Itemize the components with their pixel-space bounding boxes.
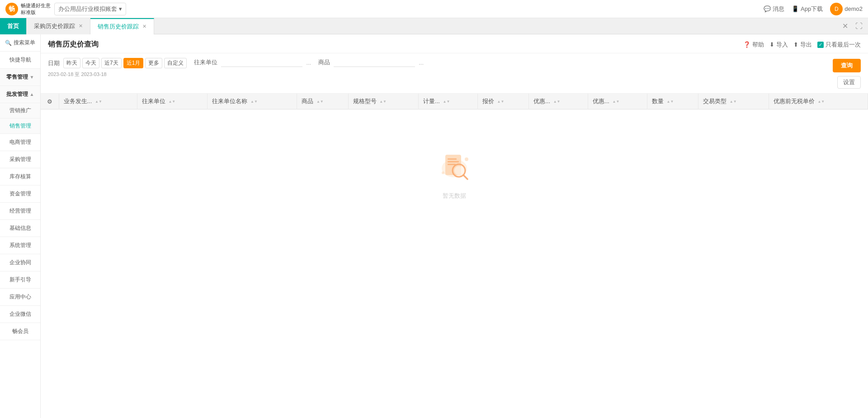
sidebar-item-retail[interactable]: 零售管理 ▼ [0, 69, 40, 86]
sort-trade-type-icon: ▲▼ [730, 100, 737, 104]
export-button[interactable]: ⬆ 导出 [793, 41, 812, 49]
sidebar-item-purchase[interactable]: 采购管理 [0, 151, 40, 168]
svg-rect-3 [448, 161, 459, 162]
last1m-btn[interactable]: 近1月 [123, 58, 144, 68]
sidebar-system-label: 系统管理 [9, 242, 31, 249]
only-last-checkbox[interactable]: ✓ [817, 42, 824, 48]
sidebar-item-member[interactable]: 畅会员 [0, 323, 40, 340]
empty-icon [434, 146, 475, 186]
sidebar-ecommerce-label: 电商管理 [9, 138, 31, 146]
today-btn[interactable]: 今天 [82, 58, 99, 68]
col-trade-type[interactable]: 交易类型 ▲▼ [698, 94, 769, 109]
last7-btn[interactable]: 近7天 [101, 58, 122, 68]
export-label: 导出 [800, 41, 812, 49]
goods-filter-input[interactable] [334, 58, 415, 67]
sidebar-item-ecommerce[interactable]: 电商管理 [0, 134, 40, 151]
import-icon: ⬇ [769, 41, 774, 48]
message-label: 消息 [773, 5, 784, 13]
sort-pre-tax-price-icon: ▲▼ [817, 100, 825, 104]
svg-rect-2 [448, 158, 457, 160]
user-profile[interactable]: D demo2 [830, 3, 863, 15]
help-icon: ❓ [743, 41, 750, 48]
col-discount1[interactable]: 优惠... ▲▼ [529, 94, 588, 109]
partner-dots[interactable]: ... [306, 59, 311, 66]
sidebar-item-inventory[interactable]: 库存核算 [0, 168, 40, 185]
filter-area: 日期 昨天 今天 近7天 近1月 更多 自定义 2023-02-18 至 202… [41, 53, 868, 94]
sidebar-guide-label: 新手引导 [9, 276, 31, 284]
only-last-checkbox-label[interactable]: ✓ 只看最后一次 [817, 41, 861, 49]
close-all-tabs-button[interactable]: ✕ [840, 20, 850, 32]
tab-sales-history[interactable]: 销售历史价跟踪 ✕ [90, 18, 154, 34]
message-button[interactable]: 💬 消息 [764, 5, 784, 13]
col-pre-tax-price[interactable]: 优惠前无税单价 ▲▼ [769, 94, 868, 109]
sidebar-item-operations[interactable]: 经营管理 [0, 203, 40, 220]
col-partner-name[interactable]: 往来单位名称 ▲▼ [208, 94, 297, 109]
sidebar-item-basic-info[interactable]: 基础信息 [0, 220, 40, 237]
tab-home[interactable]: 首页 [0, 18, 27, 34]
sidebar-item-app-center[interactable]: 应用中心 [0, 289, 40, 306]
col-settings[interactable]: ⚙ [41, 94, 59, 109]
sidebar-basic-info-label: 基础信息 [9, 224, 31, 232]
partner-filter-input[interactable] [221, 58, 302, 67]
sidebar-item-marketing[interactable]: 营销推广 [0, 103, 40, 119]
col-quantity[interactable]: 数量 ▲▼ [647, 94, 698, 109]
sidebar-item-enterprise[interactable]: 企业协同 [0, 254, 40, 271]
more-btn[interactable]: 更多 [145, 58, 162, 68]
custom-btn[interactable]: 自定义 [164, 58, 187, 68]
search-icon: 🔍 [5, 40, 12, 46]
logo-area: 畅 畅捷通好生意 标准版 [5, 2, 51, 15]
sidebar-item-search[interactable]: 🔍 搜索菜单 [0, 34, 40, 52]
sidebar-inventory-label: 库存核算 [9, 173, 31, 180]
app-name-dropdown[interactable]: 办公用品行业模拟账套 ▾ [54, 3, 126, 15]
dropdown-icon: ▾ [119, 5, 122, 12]
col-partner-code[interactable]: 往来单位 ▲▼ [137, 94, 208, 109]
sidebar-item-wechat[interactable]: 企业微信 [0, 306, 40, 323]
retail-arrow-icon: ▼ [30, 75, 34, 80]
table-area: ⚙ 业务发生... ▲▼ 往来单位 ▲▼ 往来单位名称 ▲▼ [41, 94, 868, 418]
sort-discount2-icon: ▲▼ [613, 100, 620, 104]
maximize-button[interactable]: ⛶ [854, 20, 864, 32]
wholesale-arrow-icon: ▲ [30, 92, 34, 97]
sidebar-retail-label: 零售管理 [6, 73, 28, 81]
sidebar-member-label: 畅会员 [12, 328, 28, 335]
sidebar-item-finance[interactable]: 资金管理 [0, 185, 40, 203]
partner-filter-label: 往来单位 [194, 58, 217, 66]
svg-line-7 [463, 175, 467, 179]
sort-partner-code-icon: ▲▼ [168, 100, 175, 104]
import-button[interactable]: ⬇ 导入 [769, 41, 788, 49]
sidebar-item-system[interactable]: 系统管理 [0, 237, 40, 254]
sidebar-item-guide[interactable]: 新手引导 [0, 271, 40, 289]
username-label: demo2 [844, 5, 863, 12]
sort-quantity-icon: ▲▼ [667, 100, 674, 104]
date-buttons: 昨天 今天 近7天 近1月 更多 自定义 [63, 58, 187, 68]
col-discount2[interactable]: 优惠... ▲▼ [588, 94, 647, 109]
goods-dots[interactable]: ... [419, 59, 424, 66]
logo-icon: 畅 [5, 3, 18, 15]
app-name-label: 办公用品行业模拟账套 [58, 5, 117, 13]
yesterday-btn[interactable]: 昨天 [63, 58, 80, 68]
tab-sales-history-close[interactable]: ✕ [142, 24, 146, 29]
col-unit[interactable]: 计量... ▲▼ [419, 94, 478, 109]
tab-purchase-history[interactable]: 采购历史价跟踪 ✕ [27, 18, 90, 34]
partner-filter-group: 往来单位 ... [194, 58, 311, 67]
topbar-right: 💬 消息 📱 App下载 D demo2 [764, 3, 863, 15]
sidebar-item-shortcuts[interactable]: 快捷导航 [0, 52, 40, 69]
col-business-date[interactable]: 业务发生... ▲▼ [59, 94, 137, 109]
setting-button[interactable]: 设置 [837, 76, 861, 89]
sidebar-item-sales-mgmt[interactable]: 销售管理 [0, 119, 40, 134]
help-button[interactable]: ❓ 帮助 [743, 41, 764, 49]
sidebar-wechat-label: 企业微信 [9, 310, 31, 318]
sidebar-item-wholesale[interactable]: 批发管理 ▲ [0, 86, 40, 103]
page-actions: ❓ 帮助 ⬇ 导入 ⬆ 导出 ✓ 只看最后一次 [743, 41, 861, 49]
message-icon: 💬 [764, 5, 771, 12]
col-quote[interactable]: 报价 ▲▼ [477, 94, 528, 109]
tab-purchase-history-close[interactable]: ✕ [79, 23, 83, 29]
settings-icon: ⚙ [47, 98, 52, 105]
col-spec[interactable]: 规格型号 ▲▼ [348, 94, 419, 109]
app-download-button[interactable]: 📱 App下载 [792, 5, 823, 13]
col-goods[interactable]: 商品 ▲▼ [297, 94, 348, 109]
topbar: 畅 畅捷通好生意 标准版 办公用品行业模拟账套 ▾ 💬 消息 📱 App下载 D… [0, 0, 868, 18]
help-label: 帮助 [752, 41, 764, 49]
sidebar-purchase-label: 采购管理 [9, 156, 31, 163]
query-button[interactable]: 查询 [833, 59, 861, 72]
